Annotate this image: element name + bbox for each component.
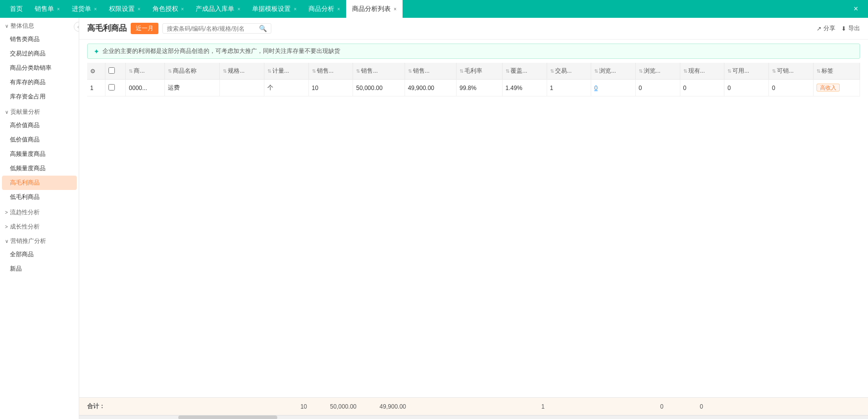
table-row: 10000...运费个1050,000.0049,900.0099.8%1.49… (87, 80, 860, 96)
sidebar-item-库存资金占用[interactable]: 库存资金占用 (0, 90, 79, 104)
group-label: 流趋性分析 (10, 208, 40, 217)
col-header-3[interactable]: ⇅商品名称 (164, 63, 220, 80)
col-header-10[interactable]: ⇅覆盖... (502, 63, 547, 80)
nav-close-icon[interactable]: × (394, 6, 397, 12)
col-header-17[interactable]: ⇅标签 (813, 63, 860, 80)
nav-item-权限设置[interactable]: 权限设置× (103, 0, 147, 18)
select-all-checkbox[interactable] (108, 67, 115, 74)
sidebar-item-低价值商品[interactable]: 低价值商品 (0, 133, 79, 147)
row-transaction: 1 (547, 80, 591, 96)
row-tag[interactable]: 高收入 (813, 80, 860, 96)
footer-label: 合计： (87, 402, 105, 411)
sidebar-item-销售类商品[interactable]: 销售类商品 (0, 32, 79, 47)
nav-item-进货单[interactable]: 进货单× (66, 0, 103, 18)
col-header-12[interactable]: ⇅浏览... (591, 63, 636, 80)
sidebar-group-营销推广分析[interactable]: ∨营销推广分析 (0, 233, 79, 247)
horizontal-scrollbar[interactable] (79, 415, 868, 419)
sort-icon: ⇅ (129, 68, 133, 74)
content-area: 高毛利商品 近一月 🔍 ↗ 分享 ⬇ 导出 ✦ 企业的主要的利润都是这部分商品创… (79, 18, 868, 419)
row-select-checkbox[interactable] (108, 84, 115, 91)
group-label: 营销推广分析 (10, 237, 46, 245)
col-header-5[interactable]: ⇅计量... (264, 63, 308, 80)
nav-close-icon[interactable]: × (294, 6, 297, 12)
nav-close-icon[interactable]: × (138, 6, 141, 12)
sidebar: « ∨整体信息销售类商品交易过的商品商品分类助销率有库存的商品库存资金占用∨贡献… (0, 18, 79, 419)
export-button[interactable]: ⬇ 导出 (841, 24, 860, 33)
footer-sales1-val: 10 (271, 403, 311, 410)
sidebar-item-低毛利商品[interactable]: 低毛利商品 (0, 190, 79, 204)
col-header-13[interactable]: ⇅浏览... (635, 63, 680, 80)
col-header-0: ⚙ (87, 63, 105, 80)
window-close-button[interactable]: × (848, 4, 864, 13)
nav-item-首页[interactable]: 首页 (4, 0, 29, 18)
nav-item-商品分析列表[interactable]: 商品分析列表× (346, 0, 403, 18)
group-arrow-icon: ∨ (5, 109, 8, 115)
row-sales3: 49,900.00 (405, 80, 456, 96)
nav-close-icon[interactable]: × (237, 6, 240, 12)
col-header-11[interactable]: ⇅交易... (547, 63, 591, 80)
footer-sales1 (113, 403, 271, 410)
nav-item-单据模板设置[interactable]: 单据模板设置× (246, 0, 303, 18)
col-header-9[interactable]: ⇅毛利率 (457, 63, 503, 80)
sort-icon: ⇅ (639, 68, 643, 74)
row-name: 运费 (164, 80, 220, 96)
nav-close-icon[interactable]: × (337, 6, 340, 12)
col-header-14[interactable]: ⇅现有... (680, 63, 724, 80)
sidebar-item-全部商品[interactable]: 全部商品 (0, 247, 79, 262)
nav-close-icon[interactable]: × (57, 6, 60, 12)
sort-icon: ⇅ (594, 68, 598, 74)
sidebar-group-流趋性分析[interactable]: >流趋性分析 (0, 204, 79, 219)
time-filter-button[interactable]: 近一月 (131, 23, 158, 34)
sidebar-item-高价值商品[interactable]: 高价值商品 (0, 118, 79, 133)
nav-item-产成品入库单[interactable]: 产成品入库单× (190, 0, 246, 18)
table-footer: 合计： 10 50,000.00 49,900.00 1 0 0 (79, 397, 868, 415)
col-header-8[interactable]: ⇅销售... (405, 63, 456, 80)
footer-transaction-val: 1 (509, 403, 549, 410)
col-header-4[interactable]: ⇅规格... (220, 63, 264, 80)
sort-icon: ⇅ (267, 68, 271, 74)
browse-link[interactable]: 0 (594, 85, 598, 92)
footer-available-val: 0 (667, 403, 707, 410)
row-checkbox[interactable] (105, 80, 126, 96)
sort-icon: ⇅ (223, 68, 227, 74)
nav-item-角色授权[interactable]: 角色授权× (147, 0, 190, 18)
row-coverage: 1.49% (502, 80, 547, 96)
export-icon: ⬇ (841, 25, 846, 32)
col-header-2[interactable]: ⇅商... (126, 63, 164, 80)
sidebar-item-新品[interactable]: 新品 (0, 262, 79, 276)
col-header-7[interactable]: ⇅销售... (353, 63, 405, 80)
col-header-6[interactable]: ⇅销售... (308, 63, 353, 80)
info-text: 企业的主要的利润都是这部分商品创造的，可考虑加大推广，同时关注库存量不要出现缺货 (102, 47, 340, 55)
group-label: 整体信息 (10, 22, 34, 30)
nav-item-商品分析[interactable]: 商品分析× (303, 0, 346, 18)
sort-icon: ⇅ (683, 68, 687, 74)
sidebar-item-高频量度商品[interactable]: 高频量度商品 (0, 147, 79, 161)
search-icon[interactable]: 🔍 (259, 25, 267, 32)
col-header-15[interactable]: ⇅可用... (724, 63, 769, 80)
sort-icon: ⇅ (506, 68, 510, 74)
sidebar-group-成长性分析[interactable]: >成长性分析 (0, 219, 79, 233)
page-title: 高毛利商品 (87, 23, 127, 34)
sort-icon: ⇅ (408, 68, 412, 74)
sidebar-item-高毛利商品[interactable]: 高毛利商品 (2, 176, 77, 190)
nav-close-icon[interactable]: × (94, 6, 97, 12)
group-arrow-icon: ∨ (5, 23, 8, 29)
sidebar-item-商品分类助销率[interactable]: 商品分类助销率 (0, 61, 79, 75)
row-spec (220, 80, 264, 96)
nav-close-icon[interactable]: × (181, 6, 184, 12)
sidebar-group-贡献量分析[interactable]: ∨贡献量分析 (0, 104, 79, 118)
share-button[interactable]: ↗ 分享 (817, 24, 835, 33)
group-label: 成长性分析 (10, 223, 40, 231)
sidebar-item-低频量度商品[interactable]: 低频量度商品 (0, 161, 79, 176)
search-input[interactable] (167, 25, 259, 32)
sidebar-item-有库存的商品[interactable]: 有库存的商品 (0, 75, 79, 90)
sidebar-item-交易过的商品[interactable]: 交易过的商品 (0, 47, 79, 61)
col-header-16[interactable]: ⇅可销... (768, 63, 813, 80)
nav-item-销售单[interactable]: 销售单× (29, 0, 66, 18)
info-icon: ✦ (94, 47, 100, 55)
row-current: 0 (680, 80, 724, 96)
col-header-1 (105, 63, 126, 80)
sidebar-group-整体信息[interactable]: ∨整体信息 (0, 18, 79, 32)
row-browse1[interactable]: 0 (591, 80, 636, 96)
row-browse2: 0 (635, 80, 680, 96)
